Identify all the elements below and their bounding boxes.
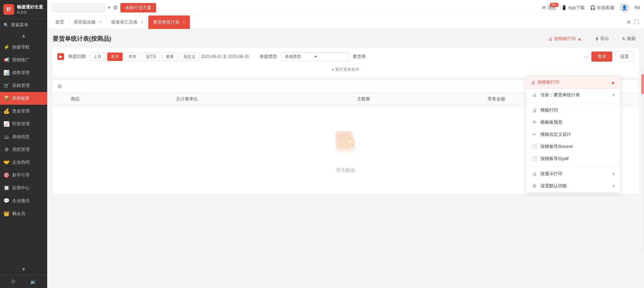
sidebar-item-operations[interactable]: 📈 经营管理 (0, 118, 47, 130)
filter-bar: ▶ 单据日期 上月 本月 本年 近7天 更多 自定义 2023-06-01 至 … (53, 48, 639, 77)
expand-more-btn[interactable]: ▾ 展开更多条件 (332, 67, 359, 72)
refresh-btn[interactable]: ↻ 刷新 (619, 34, 639, 43)
app-download-btn[interactable]: 📱 App下载 (561, 5, 585, 11)
refresh-label: 刷新 (627, 36, 636, 42)
tabbar-expand-btn[interactable]: ⛶ (633, 18, 641, 27)
dropdown-item-export-pdf[interactable]: 📄 按模板导出pdf (526, 153, 620, 165)
print-dropdown-collapse-btn[interactable]: ▲ (611, 79, 615, 85)
tab-receipt-summary[interactable]: 收发存汇总表 × (107, 15, 148, 29)
app-logo-text: 畅捷通好生意 标准版 (17, 4, 43, 14)
sidebar-item-label: 基础信息 (12, 134, 30, 140)
sidebar-item-quick-nav[interactable]: ⚡ 快捷导航 (0, 41, 47, 54)
page-actions: 🖨 按模板打印 ▲ | ⬆ 导出 | ↻ 刷新 (546, 34, 639, 43)
page-content: 要货单统计表(按商品) 🖨 按模板打印 ▲ | ⬆ 导出 | ↻ 刷新 (47, 29, 644, 288)
sidebar-footer: ⚙ 🔉 (0, 275, 47, 288)
dropdown-item-export-excel[interactable]: 📄 按模板导出excel (526, 140, 620, 153)
query-btn[interactable]: 查询 (591, 52, 612, 62)
table-settings-icon[interactable]: ⚙ (57, 83, 62, 90)
search-menu-item[interactable]: 🔍 搜索菜单 (0, 19, 47, 31)
current-item-arrow: ▾ (612, 92, 615, 98)
date-btn-more[interactable]: 更多 (162, 53, 178, 61)
tabbar-close-all-btn[interactable]: ✕ (625, 17, 633, 27)
sidebar-item-label: 资金管理 (12, 108, 30, 114)
export-pdf-icon: 📄 (532, 156, 537, 161)
sidebar-item-sales[interactable]: 📊 销售管理 (0, 66, 47, 79)
printer-icon: 🖨 (548, 36, 553, 41)
date-btn-custom[interactable]: 自定义 (180, 53, 199, 61)
sidebar-item-purchase[interactable]: 🛒 采购管理 (0, 79, 47, 92)
sidebar-nav: ⚡ 快捷导航 📢 营销推广 📊 销售管理 🛒 采购管理 📦 库存核算 💰 资金管… (0, 41, 47, 264)
topbar-search-input[interactable] (51, 4, 105, 12)
sidebar-item-collab[interactable]: 🤝 企业协同 (0, 156, 47, 169)
print-dropdown-header-right: ▲ (611, 79, 615, 85)
messages-btn[interactable]: ✉ 消息 99+ (542, 5, 556, 11)
trial-btn[interactable]: 体验行业方案 (120, 3, 156, 12)
dropdown-item-display-print[interactable]: 🖨 按显示打印 ▾ (526, 168, 620, 180)
topbar-gear-icon[interactable]: ⚙ (113, 4, 118, 11)
template-print-btn[interactable]: 🖨 按模板打印 ▲ (546, 34, 584, 43)
settings-footer-btn[interactable]: ⚙ (11, 278, 16, 285)
current-item-icon: 🖨 (532, 92, 537, 98)
print-header-icon: 🖨 (531, 80, 535, 85)
tab-inventory-batch[interactable]: 库存批次账 × (69, 15, 107, 29)
sidebar-item-label: 企业协同 (12, 159, 30, 165)
type-select[interactable]: 单据类型 ▾ (281, 52, 349, 61)
sidebar-item-label: 经营管理 (12, 121, 30, 127)
export-btn[interactable]: ⬆ 导出 (592, 34, 612, 43)
tab-receipt-summary-close[interactable]: × (141, 20, 143, 25)
type-filter-label: 单据类型 (260, 54, 277, 60)
brand-name: 畅捷通好生意 (17, 4, 43, 10)
date-btn-this-month[interactable]: 本月 (107, 53, 123, 61)
user-avatar[interactable]: 👤 (620, 3, 629, 12)
setting-btn[interactable]: 设置 (615, 51, 634, 62)
date-btn-last-month[interactable]: 上月 (90, 53, 105, 61)
sidebar-item-label: 应用中心 (12, 185, 30, 191)
finance-icon: 💰 (3, 108, 9, 114)
sidebar-item-wechat[interactable]: 💬 企业微信 (0, 194, 47, 207)
sidebar-item-label: 销售管理 (12, 70, 30, 76)
sidebar-item-member[interactable]: 👑 畅会员 (0, 207, 47, 220)
tab-order-stats-close[interactable]: × (183, 20, 185, 25)
date-filter-group: 上月 本月 本年 近7天 更多 自定义 2023-06-01 至 2023-06… (90, 53, 249, 61)
expand-more-label: 展开更多条件 (335, 67, 359, 72)
online-service-btn[interactable]: 🎧 在线客服 (590, 5, 614, 11)
refresh-icon: ↻ (622, 36, 626, 41)
sidebar: 好 畅捷通好生意 标准版 🔍 搜索菜单 ▲ ⚡ 快捷导航 📢 营销推广 📊 销售… (0, 0, 47, 288)
sidebar-item-finance[interactable]: 💰 资金管理 (0, 105, 47, 118)
tab-home[interactable]: 首页 (51, 15, 69, 29)
version-label: 标准版 (17, 10, 43, 14)
sidebar-item-system[interactable]: ⚙ 系统管理 (0, 143, 47, 156)
marketing-icon: 📢 (3, 57, 9, 63)
right-scrollbar[interactable] (641, 67, 644, 254)
filter-expand-arrow[interactable]: ▶ (57, 53, 64, 60)
sidebar-item-guide[interactable]: 🎯 新手引导 (0, 169, 47, 182)
inventory-icon: 📦 (3, 95, 9, 101)
more-options-btn[interactable]: ··· (584, 53, 589, 60)
dropdown-item-set-default[interactable]: ⚙ 设置默认功能 ▾ (526, 180, 620, 192)
audio-footer-btn[interactable]: 🔉 (30, 278, 37, 285)
sidebar-scroll-up[interactable]: ▲ (0, 31, 47, 41)
date-btn-this-year[interactable]: 本年 (125, 53, 140, 61)
dropdown-item-template-custom[interactable]: ✏ 模板自定义设计 (526, 128, 620, 140)
date-btn-7days[interactable]: 近7天 (142, 53, 160, 61)
username-label[interactable]: Rit (635, 5, 640, 10)
tab-home-label: 首页 (55, 19, 64, 25)
sidebar-item-apps[interactable]: 🔲 应用中心 (0, 182, 47, 194)
tab-order-stats[interactable]: 要货单统计表 × (148, 15, 190, 29)
set-default-label: 设置默认功能 (540, 183, 567, 189)
avatar-icon: 👤 (622, 5, 627, 10)
sidebar-item-basic[interactable]: 🗂 基础信息 (0, 130, 47, 143)
dropdown-item-template-preview[interactable]: 👁 模板板预览 (526, 116, 620, 128)
print-current-item[interactable]: 🖨 当前：要货单统计表 ▾ (526, 89, 620, 101)
sidebar-item-inventory[interactable]: 📦 库存核算 (0, 92, 47, 105)
sidebar-item-marketing[interactable]: 📢 营销推广 (0, 54, 47, 66)
collab-icon: 🤝 (3, 159, 9, 165)
sales-icon: 📊 (3, 70, 9, 76)
tab-inventory-batch-close[interactable]: × (99, 20, 101, 25)
topbar-dropdown-icon[interactable]: ▾ (108, 5, 110, 10)
template-preview-icon: 👁 (532, 120, 537, 125)
export-excel-icon: 📄 (532, 144, 537, 149)
sidebar-item-label: 企业微信 (12, 198, 30, 204)
dropdown-item-template-print[interactable]: 🖨 模板打印 (526, 104, 620, 116)
sidebar-scroll-down[interactable]: ▼ (0, 264, 47, 275)
